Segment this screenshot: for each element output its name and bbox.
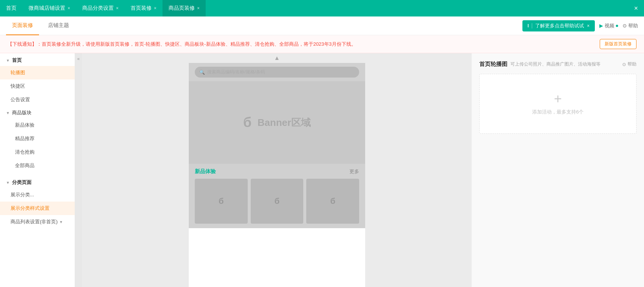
banner-content: б Banner区域 (243, 115, 311, 130)
phone-search-field[interactable]: 🔍 搜索商品编码/名称/规格/条码 (195, 67, 359, 78)
add-icon: + (554, 92, 562, 106)
new-product-more[interactable]: 更多 (349, 168, 359, 175)
chevron-down-icon: ▼ (59, 220, 63, 224)
phone-preview: 🔍 搜索商品编码/名称/规格/条码 б Banner区域 新品体验 更多 б (189, 63, 365, 287)
nav-tab-category-settings[interactable]: 商品分类设置 × (76, 0, 125, 16)
sidebar-item-shortcut[interactable]: 快捷区 (0, 79, 75, 93)
sub-tab-right-actions: ▶ 视频 ⊙ 帮助 (599, 22, 638, 29)
arrow-home: ▼ (6, 58, 10, 63)
sidebar-section-category[interactable]: ▼ 分类页面 (0, 175, 75, 188)
sidebar-section-home[interactable]: ▼ 首页 (0, 53, 75, 66)
scroll-up-icon[interactable]: ▲ (274, 55, 280, 61)
product-item-1[interactable]: б (195, 179, 248, 224)
new-product-title: 新品体验 (195, 168, 216, 175)
sidebar-item-featured[interactable]: 精品推荐 (0, 132, 75, 145)
sidebar-item-announcement[interactable]: 公告设置 (0, 93, 75, 106)
new-product-header: 新品体验 更多 (195, 168, 359, 175)
sidebar-item-new-experience[interactable]: 新品体验 (0, 118, 75, 132)
close-category-settings[interactable]: × (116, 6, 119, 11)
help-banner-close[interactable]: × (587, 23, 590, 28)
new-version-button[interactable]: 新版首页装修 (600, 39, 636, 49)
close-home-decoration[interactable]: × (154, 6, 156, 11)
dot-indicator (616, 25, 618, 27)
product-grid: б б б (195, 179, 359, 224)
close-product-decoration[interactable]: × (197, 6, 200, 11)
sidebar-collapse-button[interactable]: « (75, 53, 82, 287)
product-item-2[interactable]: б (251, 179, 304, 224)
sidebar-item-clearance[interactable]: 清仓抢购 (0, 145, 75, 159)
nav-tab-store-settings[interactable]: 微商城店铺设置 × (23, 0, 76, 16)
top-nav: 首页 微商城店铺设置 × 商品分类设置 × 首页装修 × 商品页装修 × × (0, 0, 644, 16)
sub-tabs-bar: 页面装修 店铺主题 I 了解更多点击帮助试试 × ▶ 视频 ⊙ 帮助 (0, 16, 644, 35)
nav-tab-product-decoration[interactable]: 商品页装修 × (163, 0, 206, 16)
right-panel-header: 首页轮播图 可上传公司照片、商品推广图片、活动海报等 ⊙ 帮助 (479, 61, 636, 68)
close-store-settings[interactable]: × (68, 6, 70, 11)
window-close-button[interactable]: × (628, 0, 644, 16)
sidebar-subsection-product[interactable]: ▼ 商品版块 (0, 106, 75, 118)
banner-logo-icon: б (243, 115, 251, 130)
help-button[interactable]: ⊙ 帮助 (623, 22, 638, 29)
play-icon: ▶ (599, 23, 603, 28)
sidebar-item-category-style[interactable]: 展示分类样式设置 (0, 202, 75, 215)
chevron-left-icon: « (77, 56, 80, 61)
nav-tab-home-decoration[interactable]: 首页装修 × (125, 0, 163, 16)
add-activity-box[interactable]: + 添加活动，最多支持6个 (479, 74, 636, 134)
sidebar-item-product-list[interactable]: 商品列表设置(非首页) ▼ (0, 215, 75, 229)
arrow-product: ▼ (6, 111, 10, 115)
help-banner[interactable]: I 了解更多点击帮助试试 × (522, 20, 595, 31)
search-icon: 🔍 (199, 70, 205, 75)
banner-label: Banner区域 (257, 116, 311, 129)
sidebar-item-carousel[interactable]: 轮播图 (0, 66, 75, 79)
sidebar-item-show-category[interactable]: 展示分类... (0, 188, 75, 202)
right-panel-subtitle: 可上传公司照片、商品推广图片、活动海报等 (510, 61, 600, 67)
video-button[interactable]: ▶ 视频 (599, 22, 618, 29)
banner-area[interactable]: б Banner区域 (189, 81, 365, 164)
right-panel-help[interactable]: ⊙ 帮助 (622, 61, 636, 67)
main-layout: ▼ 首页 轮播图 快捷区 公告设置 ▼ 商品版块 新品体验 精品推荐 (0, 53, 644, 287)
notice-bar: 【下线通知】：首页装修全新升级，请使用新版首页装修，首页-轮播图、快捷区、商品板… (0, 35, 644, 53)
question-circle-icon: ⊙ (622, 62, 626, 67)
nav-tab-home[interactable]: 首页 (0, 0, 23, 16)
new-product-section: 新品体验 更多 б б б (189, 164, 365, 228)
sidebar-item-all-products[interactable]: 全部商品 (0, 159, 75, 172)
question-icon: ⊙ (623, 23, 627, 28)
right-panel-title: 首页轮播图 (479, 61, 507, 68)
right-panel: 首页轮播图 可上传公司照片、商品推广图片、活动海报等 ⊙ 帮助 + 添加活动，最… (471, 53, 644, 287)
add-activity-label: 添加活动，最多支持6个 (532, 109, 584, 115)
product-item-3[interactable]: б (306, 179, 359, 224)
sidebar: ▼ 首页 轮播图 快捷区 公告设置 ▼ 商品版块 新品体验 精品推荐 (0, 53, 83, 287)
preview-area: ▲ 🔍 搜索商品编码/名称/规格/条码 б Banner区域 新品体验 (83, 53, 471, 287)
arrow-category: ▼ (6, 181, 10, 185)
tab-page-decoration[interactable]: 页面装修 (6, 16, 39, 35)
phone-search-bar: 🔍 搜索商品编码/名称/规格/条码 (189, 63, 365, 81)
tab-store-theme[interactable]: 店铺主题 (42, 16, 75, 35)
